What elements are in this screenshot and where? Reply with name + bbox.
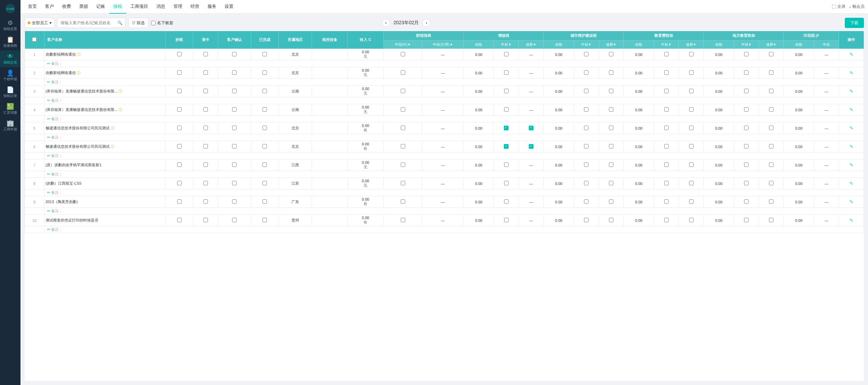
warn-icon[interactable]: ⓘ	[118, 89, 122, 93]
cell-action: ✎	[839, 104, 864, 116]
cell-tax-copy	[166, 86, 193, 97]
search-input[interactable]	[60, 20, 116, 25]
cell-name: (库存核算）直播畅捷通信息技术股份有限... ⓘ	[44, 86, 166, 97]
cell-tax-copy	[166, 159, 193, 171]
cell-fin-year	[384, 67, 422, 79]
download-button[interactable]: 下载	[845, 18, 864, 28]
edit-icon[interactable]: ✎	[850, 144, 853, 149]
cell-fin-year	[384, 104, 422, 116]
cell-no: 10	[25, 215, 44, 226]
cell-stamp-declare: —	[814, 49, 839, 60]
nav-bookkeeping[interactable]: 记账	[92, 0, 109, 14]
sidebar-item-annual-report[interactable]: 🏢 工商年报	[0, 117, 20, 134]
sidebar-item-batch-tax[interactable]: 📋 批量报税	[0, 34, 20, 51]
edit-icon[interactable]: ✎	[850, 52, 853, 57]
cell-fin-month: —	[422, 178, 464, 189]
cell-edu-amount: 0.00	[624, 215, 654, 226]
cell-local-pay	[759, 86, 784, 97]
accounts-checkbox[interactable]	[151, 21, 156, 25]
nav-operations[interactable]: 经营	[186, 0, 203, 14]
next-page-button[interactable]: ›	[422, 19, 430, 27]
sidebar-item-tax-record[interactable]: 📄 报税记录	[0, 84, 20, 101]
employee-filter-select[interactable]: 全部员工 ▾	[25, 18, 55, 28]
sidebar-item-tax-settings[interactable]: ⚙ 报税设置	[0, 17, 20, 34]
pencil-icon: ✏	[47, 154, 50, 158]
warn-icon[interactable]: ⓘ	[111, 126, 114, 130]
nav-client[interactable]: 客户	[41, 0, 58, 14]
fullscreen-btn[interactable]: ⛶ 全屏	[832, 4, 845, 10]
cell-local-declare	[734, 215, 759, 226]
cell-city-pay	[599, 123, 624, 134]
table-row: 6 畅捷通信息技术股份有限公司民珏测试 ⓘ 北京 0.00 有 — 0.00 0…	[25, 141, 864, 153]
cell-city-amount: 0.00	[543, 159, 574, 171]
warn-icon[interactable]: ⓘ	[111, 144, 114, 148]
edit-icon[interactable]: ✎	[850, 181, 853, 186]
warn-icon[interactable]: ⓘ	[77, 71, 81, 75]
th-vat-pay: 缴费▼	[519, 41, 544, 49]
filter-button[interactable]: ▽ 筛选	[128, 18, 148, 28]
edit-icon[interactable]: ✎	[850, 126, 853, 131]
content: 全部员工 ▾ 🔍 ▽ 筛选 名下账套 ‹ 2023年02月 › 下载	[20, 14, 868, 385]
vat-checked-icon	[504, 126, 509, 130]
edit-icon[interactable]: ✎	[850, 199, 853, 204]
sidebar-label-batch-tax: 批量报税	[3, 44, 17, 48]
cell-edu-pay	[679, 67, 704, 79]
cell-vat-amount: 0.00	[464, 49, 494, 60]
cell-no: 3	[25, 86, 44, 97]
cell-stamp-amount: 0.00	[784, 49, 814, 60]
sidebar-item-settlement[interactable]: 💹 汇算清缴	[0, 101, 20, 117]
data-table: 客户名称 抄税 清卡 客户确认 已完成 所属地区 税控设备 收入 C 财报报表 …	[25, 31, 864, 233]
cell-tax-copy	[166, 104, 193, 116]
note-row: ✏备注：	[25, 171, 864, 178]
edit-icon[interactable]: ✎	[850, 89, 853, 94]
note-row-empty	[25, 171, 44, 178]
cell-city-amount: 0.00	[543, 123, 574, 134]
select-all-checkbox[interactable]	[32, 37, 37, 42]
nav-manage[interactable]: 管理	[169, 0, 186, 14]
note-row-empty	[25, 153, 44, 159]
nav-invoice[interactable]: 票据	[75, 0, 92, 14]
cell-local-amount: 0.00	[703, 86, 734, 97]
sidebar-item-tax-overview[interactable]: 👁 报税总览	[0, 51, 20, 67]
cell-local-declare	[734, 104, 759, 116]
cell-local-pay	[759, 141, 784, 153]
nav-settings[interactable]: 设置	[220, 0, 238, 14]
nav-home[interactable]: 首页	[24, 0, 41, 14]
sidebar-item-personal-tax[interactable]: 👤 个税申报	[0, 67, 20, 84]
cell-income: 0.00 有	[347, 123, 383, 134]
search-icon: 🔍	[117, 20, 123, 25]
note-row: ✏备注：	[25, 97, 864, 104]
cell-vat-pay: —	[519, 86, 544, 97]
cell-tax-copy	[166, 141, 193, 153]
cell-edu-amount: 0.00	[624, 141, 654, 153]
cell-local-amount: 0.00	[703, 67, 734, 79]
cell-edu-pay	[679, 196, 704, 208]
nav-business[interactable]: 工商项目	[126, 0, 152, 14]
member-btn[interactable]: ♪ 畅会员	[849, 4, 865, 10]
cell-edu-amount: 0.00	[624, 178, 654, 189]
edit-icon[interactable]: ✎	[850, 107, 853, 112]
edit-icon[interactable]: ✎	[850, 218, 853, 223]
checkbox-label-accounts[interactable]: 名下账套	[151, 20, 173, 26]
warn-icon[interactable]: ⓘ	[77, 52, 81, 56]
filter-label: 筛选	[137, 20, 145, 26]
th-clear-card: 清卡	[193, 31, 218, 49]
nav-message[interactable]: 消息	[152, 0, 169, 14]
cell-fin-month: —	[422, 49, 464, 60]
cell-edu-pay	[679, 86, 704, 97]
note-row: ✏备注：	[25, 208, 864, 215]
nav-service[interactable]: 服务	[203, 0, 220, 14]
cell-city-pay	[599, 86, 624, 97]
cell-city-declare	[574, 178, 599, 189]
nav-fee[interactable]: 收费	[58, 0, 75, 14]
warn-icon[interactable]: ⓘ	[118, 108, 122, 112]
th-local-education: 地方教育附加	[703, 31, 783, 41]
cell-city-amount: 0.00	[543, 196, 574, 208]
edit-icon[interactable]: ✎	[850, 162, 853, 168]
cell-income: 0.00 有	[347, 215, 383, 226]
prev-page-button[interactable]: ‹	[382, 19, 390, 27]
nav-tax[interactable]: 报税	[109, 0, 126, 14]
edit-icon[interactable]: ✎	[850, 70, 853, 75]
pencil-icon: ✏	[47, 98, 50, 102]
cell-fin-month: —	[422, 159, 464, 171]
